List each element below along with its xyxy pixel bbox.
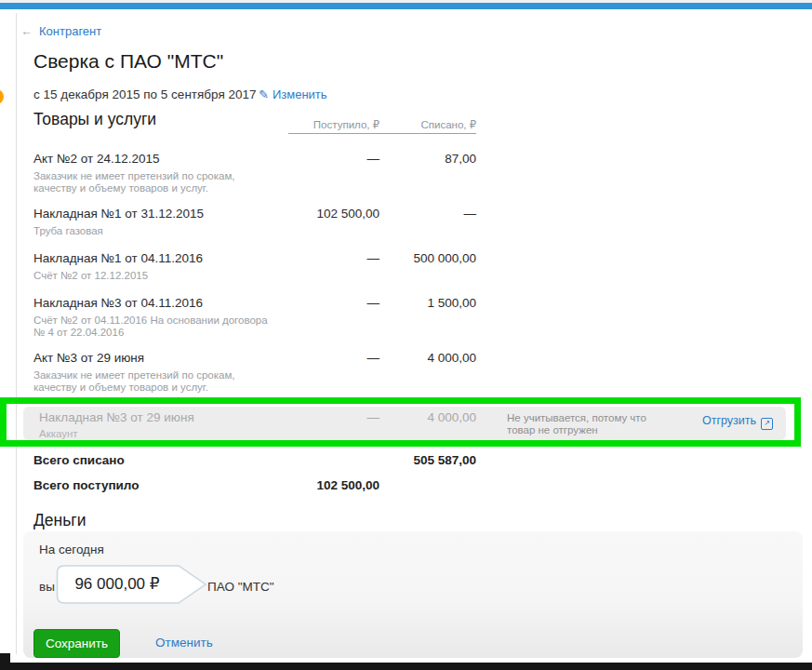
row-written-off-value: 4 000,00 xyxy=(379,351,476,366)
table-row: Накладная №1 от 31.12.2015 Труба газовая… xyxy=(33,207,476,237)
row-title: Акт №2 от 24.12.2015 xyxy=(33,152,294,167)
row-received-value: — xyxy=(294,351,379,366)
table-row: Накладная №3 от 04.11.2016 Счёт №2 от 04… xyxy=(33,296,476,339)
row-written-off-value: 87,00 xyxy=(379,152,476,167)
row-subtext: Счёт №2 от 04.11.2016 На основании догов… xyxy=(33,315,272,339)
row-received-value: — xyxy=(294,410,379,425)
you-label: вы xyxy=(39,580,55,594)
money-card-title: На сегодня xyxy=(39,543,104,556)
goods-section-title: Товары и услуги xyxy=(33,110,156,129)
row-written-off-value: 4 000,00 xyxy=(379,410,476,425)
row-subtext: Аккаунт xyxy=(39,428,277,440)
row-main: Акт №2 от 24.12.2015 Заказчик не имеет п… xyxy=(33,152,294,194)
edit-period-link[interactable]: ✎Изменить xyxy=(259,87,327,101)
column-header-underline xyxy=(288,133,476,134)
total-received-value: 102 500,00 xyxy=(294,478,379,493)
row-subtext: Труба газовая xyxy=(33,225,272,237)
row-title: Накладная №1 от 04.11.2016 xyxy=(33,251,294,266)
back-label: Контрагент xyxy=(39,24,101,38)
row-subtext: Заказчик не имеет претензий по срокам, к… xyxy=(33,369,272,394)
counterparty-name: ПАО "МТС" xyxy=(207,580,274,594)
edit-label: Изменить xyxy=(273,87,327,101)
back-arrow-icon: ← xyxy=(20,24,33,38)
left-divider xyxy=(16,13,17,654)
save-button[interactable]: Сохранить xyxy=(33,629,120,658)
row-written-off-value: — xyxy=(379,207,476,221)
orange-edge-marker xyxy=(0,89,4,104)
row-main: Накладная №1 от 31.12.2015 Труба газовая xyxy=(33,207,294,237)
row-written-off-value: 500 000,00 xyxy=(379,251,476,266)
total-received-row: Всего поступило 102 500,00 xyxy=(33,478,476,493)
row-title: Накладная №3 от 04.11.2016 xyxy=(33,296,294,311)
total-written-off-label: Всего списано xyxy=(33,453,294,468)
excluded-note: Не учитывается, потому что товар не отгр… xyxy=(507,410,660,436)
top-accent-bar xyxy=(0,3,812,9)
back-link[interactable]: ←Контрагент xyxy=(20,24,101,38)
column-header-received: Поступило, ₽ xyxy=(313,118,379,131)
excluded-table-row: Накладная №3 от 29 июня Аккаунт — 4 000,… xyxy=(23,407,786,440)
row-title: Накладная №3 от 29 июня xyxy=(39,410,294,425)
row-received-value: — xyxy=(294,251,379,266)
row-title: Накладная №1 от 31.12.2015 xyxy=(33,207,294,221)
pencil-icon: ✎ xyxy=(259,87,269,101)
total-written-off-value: 505 587,00 xyxy=(379,453,476,468)
column-header-written-off: Списано, ₽ xyxy=(420,118,476,131)
row-main: Накладная №3 от 04.11.2016 Счёт №2 от 04… xyxy=(33,296,294,339)
row-title: Акт №3 от 29 июня xyxy=(33,351,294,366)
table-row: Накладная №1 от 04.11.2016 Счёт №2 от 12… xyxy=(33,251,476,282)
ship-goods-link[interactable]: Отгрузить↗ xyxy=(702,414,773,427)
date-range: с 15 декабря 2015 по 5 сентября 2017 xyxy=(33,87,257,101)
money-card: На сегодня вы 96 000,00 ₽ ПАО "МТС" Сохр… xyxy=(23,531,803,658)
row-main: Акт №3 от 29 июня Заказчик не имеет прет… xyxy=(33,351,294,394)
row-main: Накладная №3 от 29 июня Аккаунт xyxy=(39,410,294,440)
row-received-value: 102 500,00 xyxy=(294,207,379,221)
amount-input[interactable]: 96 000,00 ₽ xyxy=(57,574,178,594)
row-received-value: — xyxy=(294,152,379,167)
row-written-off-value: 1 500,00 xyxy=(379,296,476,311)
row-received-value: — xyxy=(294,296,379,311)
total-written-off-row: Всего списано 505 587,00 xyxy=(33,453,476,468)
bottom-edge-bar xyxy=(0,663,812,670)
row-main: Накладная №1 от 04.11.2016 Счёт №2 от 12… xyxy=(33,251,294,282)
row-subtext: Заказчик не имеет претензий по срокам, к… xyxy=(33,170,272,194)
cancel-button[interactable]: Отменить xyxy=(155,636,213,650)
table-row: Акт №3 от 29 июня Заказчик не имеет прет… xyxy=(33,351,476,394)
money-section-title: Деньги xyxy=(33,511,87,530)
ship-goods-label: Отгрузить xyxy=(702,414,756,427)
total-received-label: Всего поступило xyxy=(33,478,294,493)
page-title: Сверка с ПАО "МТС" xyxy=(33,50,223,73)
row-subtext: Счёт №2 от 12.12.2015 xyxy=(33,270,272,282)
external-link-icon: ↗ xyxy=(761,418,773,430)
table-row: Акт №2 от 24.12.2015 Заказчик не имеет п… xyxy=(33,152,476,194)
